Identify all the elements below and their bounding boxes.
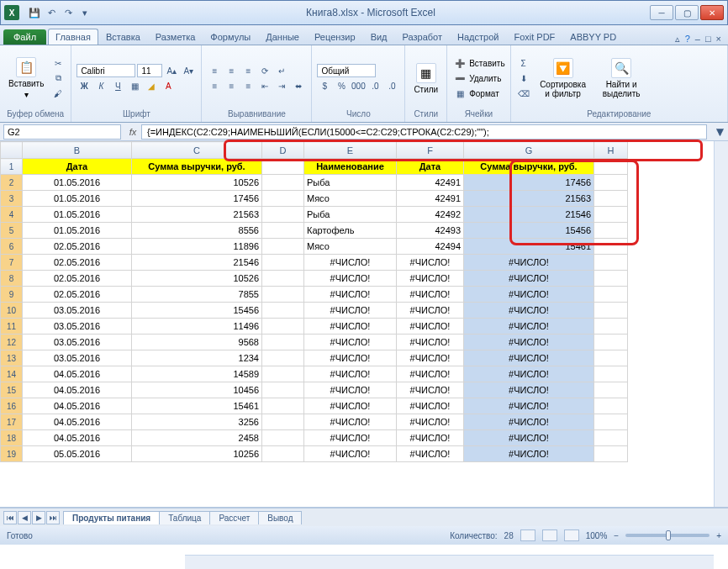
save-icon[interactable]: 💾	[28, 6, 41, 19]
cell[interactable]	[262, 159, 304, 175]
minimize-ribbon-icon[interactable]: ▵	[675, 34, 680, 45]
cell[interactable]: 10456	[132, 382, 262, 398]
ribbon-tab-10[interactable]: ABBYY PD	[562, 29, 624, 45]
align-top-icon[interactable]: ≡	[207, 64, 222, 77]
sort-filter-button[interactable]: 🔽 Сортировка и фильтр	[535, 56, 592, 100]
cell[interactable]: 10526	[132, 271, 262, 287]
normal-view-icon[interactable]	[520, 529, 535, 541]
cell[interactable]	[594, 414, 628, 430]
cell[interactable]: #ЧИСЛО!	[397, 382, 464, 398]
cell[interactable]: #ЧИСЛО!	[304, 303, 397, 319]
cell[interactable]: 15461	[464, 239, 594, 255]
ribbon-window-close-icon[interactable]: ×	[716, 34, 721, 45]
number-format-combo[interactable]: Общий	[317, 64, 376, 77]
cell[interactable]	[262, 350, 304, 366]
cell[interactable]: Картофель	[304, 223, 397, 239]
cell[interactable]: Сумма выручки, руб.	[132, 159, 262, 175]
cell[interactable]: #ЧИСЛО!	[304, 446, 397, 462]
cell[interactable]: #ЧИСЛО!	[464, 303, 594, 319]
row-header[interactable]: 10	[1, 303, 23, 319]
undo-icon[interactable]: ↶	[45, 6, 58, 19]
cell[interactable]: #ЧИСЛО!	[397, 414, 464, 430]
sheet-tab-2[interactable]: Рассчет	[209, 511, 259, 524]
copy-icon[interactable]: ⧉	[50, 71, 66, 85]
cell[interactable]: 11896	[132, 239, 262, 255]
cell[interactable]	[262, 446, 304, 462]
ribbon-tab-6[interactable]: Вид	[363, 29, 395, 45]
cell[interactable]: 03.05.2016	[23, 303, 132, 319]
cell[interactable]: #ЧИСЛО!	[464, 366, 594, 382]
cell[interactable]: #ЧИСЛО!	[464, 350, 594, 366]
col-header-F[interactable]: F	[397, 142, 464, 159]
cell[interactable]: #ЧИСЛО!	[304, 366, 397, 382]
cell[interactable]	[262, 319, 304, 335]
cell[interactable]: 21563	[464, 191, 594, 207]
cut-icon[interactable]: ✂	[50, 56, 66, 70]
row-header[interactable]: 12	[1, 335, 23, 350]
cell[interactable]: #ЧИСЛО!	[464, 446, 594, 462]
cell[interactable]: 04.05.2016	[23, 382, 132, 398]
row-header[interactable]: 15	[1, 382, 23, 398]
col-header-D[interactable]: D	[262, 142, 304, 159]
cell[interactable]	[594, 319, 628, 335]
cell[interactable]: #ЧИСЛО!	[304, 335, 397, 350]
underline-button[interactable]: Ч	[110, 79, 125, 92]
col-header-H[interactable]: H	[594, 142, 628, 159]
find-select-button[interactable]: 🔍 Найти и выделить	[595, 56, 648, 100]
file-tab[interactable]: Файл	[3, 29, 46, 45]
cell[interactable]: #ЧИСЛО!	[304, 414, 397, 430]
cell[interactable]: #ЧИСЛО!	[464, 255, 594, 271]
cell[interactable]: 15461	[132, 398, 262, 414]
cell[interactable]: Наименование	[304, 159, 397, 175]
indent-dec-icon[interactable]: ⇤	[257, 79, 272, 92]
cell[interactable]: 15456	[132, 303, 262, 319]
cell[interactable]: 02.05.2016	[23, 271, 132, 287]
cell[interactable]	[262, 191, 304, 207]
fill-color-icon[interactable]: ◢	[144, 79, 159, 92]
cell[interactable]: 01.05.2016	[23, 223, 132, 239]
cell[interactable]: 04.05.2016	[23, 414, 132, 430]
insert-cell-icon[interactable]: ➕	[452, 56, 467, 70]
percent-icon[interactable]: %	[334, 79, 349, 92]
qat-more-icon[interactable]: ▾	[78, 6, 92, 19]
ribbon-tab-8[interactable]: Надстрой	[450, 29, 506, 45]
cell[interactable]: Сумма выручки, руб.	[464, 159, 594, 175]
cell[interactable]: #ЧИСЛО!	[464, 382, 594, 398]
cell[interactable]: Мясо	[304, 191, 397, 207]
sheet-nav-prev-icon[interactable]: ◀	[18, 511, 31, 524]
cell[interactable]: 7855	[132, 287, 262, 303]
cell[interactable]: 01.05.2016	[23, 191, 132, 207]
comma-icon[interactable]: 000	[351, 79, 366, 92]
border-icon[interactable]: ▦	[127, 79, 142, 92]
cell[interactable]	[594, 287, 628, 303]
cell[interactable]: #ЧИСЛО!	[397, 255, 464, 271]
cell[interactable]	[594, 271, 628, 287]
zoom-in-icon[interactable]: +	[716, 531, 721, 540]
cell[interactable]	[262, 287, 304, 303]
cell[interactable]: #ЧИСЛО!	[304, 350, 397, 366]
cell[interactable]	[262, 239, 304, 255]
cell[interactable]: #ЧИСЛО!	[397, 366, 464, 382]
ribbon-tab-3[interactable]: Формулы	[203, 29, 258, 45]
align-middle-icon[interactable]: ≡	[224, 64, 239, 77]
sheet-nav-next-icon[interactable]: ▶	[32, 511, 45, 524]
fx-icon[interactable]: fx	[124, 127, 141, 137]
cell[interactable]	[594, 430, 628, 446]
cell[interactable]: #ЧИСЛО!	[397, 319, 464, 335]
cell[interactable]	[262, 414, 304, 430]
cell[interactable]: #ЧИСЛО!	[304, 271, 397, 287]
cell[interactable]: #ЧИСЛО!	[397, 303, 464, 319]
cell[interactable]: 42493	[397, 223, 464, 239]
cell[interactable]: Мясо	[304, 239, 397, 255]
format-painter-icon[interactable]: 🖌	[50, 87, 66, 100]
zoom-out-icon[interactable]: −	[614, 531, 619, 540]
select-all-corner[interactable]	[1, 142, 23, 159]
cell[interactable]: 42494	[397, 239, 464, 255]
cell[interactable]	[262, 255, 304, 271]
wrap-text-icon[interactable]: ↵	[274, 64, 289, 77]
cell[interactable]	[594, 175, 628, 191]
cell[interactable]: 42491	[397, 175, 464, 191]
cell[interactable]: 3256	[132, 414, 262, 430]
cell[interactable]: Рыба	[304, 175, 397, 191]
sheet-nav-first-icon[interactable]: ⏮	[3, 511, 17, 524]
